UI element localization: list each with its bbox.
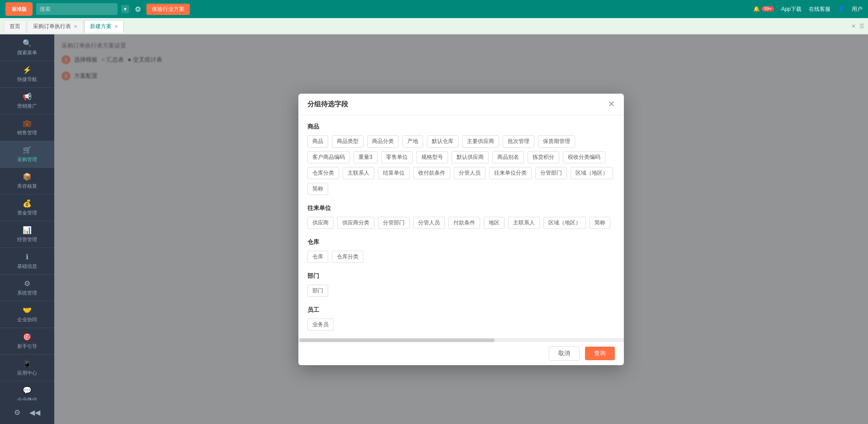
sidebar-item-marketing[interactable]: 📢 营销推广 bbox=[0, 88, 54, 114]
field-tag[interactable]: 简称 bbox=[590, 217, 610, 229]
field-tag[interactable]: 重量3 bbox=[354, 151, 377, 163]
sidebar-item-appstore[interactable]: 📱 应用中心 bbox=[0, 355, 54, 381]
field-tag[interactable]: 客户商品编码 bbox=[307, 151, 350, 163]
modal-header: 分组待选字段 ✕ bbox=[298, 94, 624, 115]
field-tag[interactable]: 区域（地区） bbox=[571, 167, 613, 179]
finance-icon: 💰 bbox=[23, 199, 32, 208]
field-tag[interactable]: 供应商 bbox=[307, 217, 334, 229]
tab-new-plan[interactable]: 新建方案 ✕ bbox=[84, 20, 124, 33]
field-tag[interactable]: 分管部门 bbox=[378, 217, 410, 229]
modal-overlay: 分组待选字段 ✕ 商品 商品 商品类型 商品分类 产地 默认仓库 bbox=[54, 34, 868, 424]
product-field-tags: 商品 商品类型 商品分类 产地 默认仓库 主要供应商 批次管理 保质期管理 客户… bbox=[307, 135, 615, 195]
quicknav-icon: ⚡ bbox=[23, 66, 32, 74]
field-tag[interactable]: 区域（地区） bbox=[543, 217, 586, 229]
section-department: 部门 部门 bbox=[307, 272, 615, 297]
field-tag[interactable]: 结算单位 bbox=[378, 167, 410, 179]
app-download-link[interactable]: App下载 bbox=[781, 5, 802, 13]
sidebar: 🔍 搜索菜单 ⚡ 快捷导航 📢 营销推广 💼 销售管理 🛒 采购管理 📦 库存核… bbox=[0, 34, 54, 424]
field-tag[interactable]: 批次管理 bbox=[503, 135, 534, 148]
field-tag[interactable]: 默认供应商 bbox=[452, 151, 489, 163]
field-tag[interactable]: 商品类型 bbox=[332, 135, 363, 148]
tab-home[interactable]: 首页 bbox=[4, 20, 26, 33]
partner-field-tags: 供应商 供应商分类 分管部门 分管人员 付款条件 地区 主联系人 区域（地区） … bbox=[307, 217, 615, 229]
field-tag[interactable]: 收付款条件 bbox=[413, 167, 450, 179]
field-tag[interactable]: 仓库分类 bbox=[307, 167, 339, 179]
experience-button[interactable]: 体验行业方案 bbox=[146, 4, 190, 15]
field-tag[interactable]: 主联系人 bbox=[508, 217, 540, 229]
dropdown-button[interactable]: ▾ bbox=[121, 5, 129, 13]
field-tag[interactable]: 产地 bbox=[402, 135, 423, 148]
sidebar-item-quicknav[interactable]: ⚡ 快捷导航 bbox=[0, 61, 54, 88]
sidebar-item-basics[interactable]: ℹ 基础信息 bbox=[0, 248, 54, 275]
field-tag[interactable]: 拣货积分 bbox=[528, 151, 559, 163]
notification-area[interactable]: 🔔 99+ bbox=[753, 6, 774, 12]
section-partner-title: 往来单位 bbox=[307, 204, 615, 212]
field-tag[interactable]: 默认仓库 bbox=[427, 135, 458, 148]
field-tag[interactable]: 分管人员 bbox=[454, 167, 486, 179]
tab-menu-icon[interactable]: ☰ bbox=[859, 23, 864, 29]
sales-icon: 💼 bbox=[23, 119, 32, 128]
top-nav-right: 🔔 99+ App下载 在线客服 👤 用户 bbox=[753, 5, 863, 13]
gear-icon[interactable]: ⚙ bbox=[133, 3, 143, 15]
tab-purchase-order[interactable]: 采购订单执行表 ✕ bbox=[27, 20, 83, 33]
section-partner: 往来单位 供应商 供应商分类 分管部门 分管人员 付款条件 地区 主联系人 区域… bbox=[307, 204, 615, 229]
tab-bar-controls: ✕ ☰ bbox=[851, 23, 864, 29]
operations-icon: 📊 bbox=[23, 226, 32, 234]
user-avatar[interactable]: 👤 bbox=[838, 6, 844, 12]
sidebar-bottom-bar: ⚙ ◀◀ bbox=[0, 400, 54, 424]
field-tag[interactable]: 分管部门 bbox=[535, 167, 567, 179]
modal-body[interactable]: 商品 商品 商品类型 商品分类 产地 默认仓库 主要供应商 批次管理 保质期管理… bbox=[298, 115, 624, 338]
user-name: 用户 bbox=[852, 5, 863, 13]
field-tag[interactable]: 商品分类 bbox=[367, 135, 399, 148]
modal-close-button[interactable]: ✕ bbox=[608, 100, 615, 108]
field-tag[interactable]: 商品 bbox=[307, 135, 328, 148]
sidebar-item-collab[interactable]: 🤝 企业协同 bbox=[0, 301, 54, 328]
section-product: 商品 商品 商品类型 商品分类 产地 默认仓库 主要供应商 批次管理 保质期管理… bbox=[307, 123, 615, 195]
field-tag[interactable]: 分管人员 bbox=[413, 217, 445, 229]
sidebar-item-purchase[interactable]: 🛒 采购管理 bbox=[0, 141, 54, 168]
field-tag[interactable]: 供应商分类 bbox=[337, 217, 374, 229]
field-tag[interactable]: 业务员 bbox=[307, 319, 334, 331]
field-tag[interactable]: 零售单位 bbox=[381, 151, 413, 163]
search-icon: 🔍 bbox=[23, 39, 32, 48]
wechat-icon: 💬 bbox=[23, 386, 32, 395]
sidebar-item-system[interactable]: ⚙ 系统管理 bbox=[0, 275, 54, 301]
tab-close-all-icon[interactable]: ✕ bbox=[851, 23, 856, 29]
online-service-link[interactable]: 在线客服 bbox=[809, 5, 830, 13]
field-tag[interactable]: 地区 bbox=[484, 217, 505, 229]
field-tag[interactable]: 税收分类编码 bbox=[563, 151, 605, 163]
field-tag[interactable]: 规格型号 bbox=[416, 151, 448, 163]
sidebar-item-sales[interactable]: 💼 销售管理 bbox=[0, 114, 54, 141]
modal-scrollbar-track[interactable] bbox=[298, 338, 624, 342]
field-tag[interactable]: 保质期管理 bbox=[538, 135, 575, 148]
tab-close-new-plan[interactable]: ✕ bbox=[114, 24, 118, 29]
guide-icon: 🎯 bbox=[23, 333, 32, 341]
tab-close-purchase[interactable]: ✕ bbox=[74, 24, 77, 29]
sidebar-item-search[interactable]: 🔍 搜索菜单 bbox=[0, 34, 54, 61]
field-tag[interactable]: 简称 bbox=[307, 183, 328, 195]
sidebar-item-finance[interactable]: 💰 资金管理 bbox=[0, 195, 54, 221]
employee-field-tags: 业务员 bbox=[307, 319, 615, 331]
collab-icon: 🤝 bbox=[23, 306, 32, 314]
field-tag[interactable]: 付款条件 bbox=[448, 217, 480, 229]
field-tag[interactable]: 部门 bbox=[307, 285, 328, 297]
tab-bar: 首页 采购订单执行表 ✕ 新建方案 ✕ ✕ ☰ bbox=[0, 18, 868, 34]
search-input[interactable] bbox=[36, 3, 118, 15]
field-tag[interactable]: 仓库分类 bbox=[332, 251, 363, 263]
field-tag[interactable]: 主联系人 bbox=[343, 167, 374, 179]
field-tag[interactable]: 往来单位分类 bbox=[489, 167, 532, 179]
sidebar-item-inventory[interactable]: 📦 库存核算 bbox=[0, 168, 54, 195]
field-tag[interactable]: 仓库 bbox=[307, 251, 328, 263]
confirm-button[interactable]: 查询 bbox=[585, 347, 615, 360]
cancel-button[interactable]: 取消 bbox=[549, 346, 580, 361]
field-tag[interactable]: 主要供应商 bbox=[462, 135, 499, 148]
warehouse-field-tags: 仓库 仓库分类 bbox=[307, 251, 615, 263]
section-employee: 员工 业务员 bbox=[307, 306, 615, 331]
toggle-bottom-icon[interactable]: ◀◀ bbox=[29, 408, 40, 417]
sidebar-item-operations[interactable]: 📊 经营管理 bbox=[0, 221, 54, 248]
sidebar-item-guide[interactable]: 🎯 新手引导 bbox=[0, 328, 54, 355]
section-employee-title: 员工 bbox=[307, 306, 615, 314]
field-tag[interactable]: 商品别名 bbox=[492, 151, 524, 163]
settings-bottom-icon[interactable]: ⚙ bbox=[14, 408, 20, 417]
modal-scrollbar-thumb[interactable] bbox=[299, 338, 495, 342]
